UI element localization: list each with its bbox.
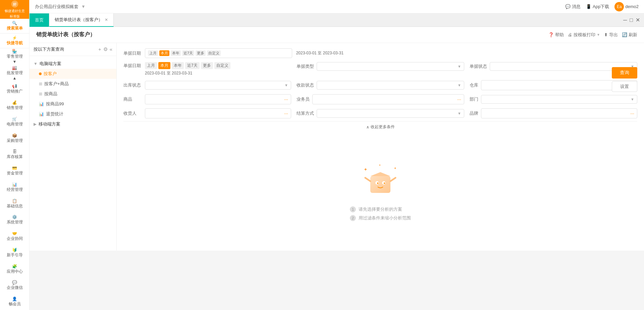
app-download-icon: 📱	[586, 4, 591, 9]
inventory-icon: 🗄	[13, 149, 17, 154]
date-custom-tag[interactable]: 自定义	[207, 50, 221, 56]
results-area: 查询 设置	[117, 133, 644, 251]
outstatus-arrow: ▼	[284, 83, 288, 87]
left-panel-collapse-btn[interactable]: «	[110, 46, 112, 52]
settle-select[interactable]: ▼	[317, 109, 464, 118]
last-month-tag[interactable]: 上月	[145, 62, 157, 69]
content-area: 按以下方案查询 + ⚙ « ▼ 电脑端方案	[30, 43, 644, 251]
salesperson-input[interactable]: ···	[312, 94, 464, 104]
inventory-label: 库存核算	[7, 154, 23, 160]
sidebar-item-quicknav[interactable]: ⚡ 快捷导航	[0, 34, 30, 48]
this-year-tag[interactable]: 本年	[172, 62, 184, 69]
sidebar-item-sales[interactable]: 💰 销售管理	[0, 97, 30, 114]
header-dropdown-icon[interactable]: ▼	[81, 4, 86, 9]
sidebar-logo[interactable]: 好 畅捷通好生意 标准版	[0, 0, 30, 19]
this-month-tag[interactable]: 本月	[158, 62, 170, 69]
sidebar-item-retail[interactable]: 🏪 零售管理 ▼	[0, 48, 30, 65]
salesperson-dots: ···	[457, 97, 461, 102]
custom-tag[interactable]: 自定义	[214, 62, 230, 69]
docstatus-label: 单据状态	[470, 63, 487, 69]
tree-item-by-goods99[interactable]: 📊 按商品99	[30, 99, 116, 109]
tab-sales-report[interactable]: 销货单统计表（按客户） ✕	[49, 13, 114, 27]
user-menu[interactable]: Ea demo2	[614, 2, 639, 11]
filter-row-2: 出库状态 ▼ 收款状态 ▼	[123, 80, 637, 90]
tree-desktop-section[interactable]: ▼ 电脑端方案	[30, 59, 116, 69]
bar-icon-2: 📊	[39, 112, 44, 116]
goods-input[interactable]: ···	[145, 94, 291, 104]
brand-dots: ···	[630, 111, 634, 116]
brand-label: 品牌	[470, 110, 478, 116]
tree-item-by-goods[interactable]: ⊞ 按商品	[30, 89, 116, 99]
svg-point-5	[377, 183, 378, 184]
filter-payment: 收款状态 ▼	[297, 81, 464, 90]
tab-close-btn[interactable]: ✕	[636, 17, 640, 23]
purchase-label: 采购管理	[7, 138, 23, 144]
sidebar-item-member[interactable]: 👤 畅会员	[0, 294, 30, 310]
department-select[interactable]: ▼	[481, 95, 637, 104]
left-panel-settings-btn[interactable]: ⚙	[103, 46, 108, 52]
sidebar-item-inventory[interactable]: 🗄 库存核算	[0, 146, 30, 163]
sidebar-item-search[interactable]: 🔍 搜索菜单	[0, 19, 30, 34]
help-label: 帮助	[555, 32, 564, 38]
export-label: 导出	[609, 32, 618, 38]
date-this-year-tag[interactable]: 本年	[171, 50, 181, 56]
doctype-arrow: ▼	[458, 64, 461, 68]
doctype-select[interactable]: ▼	[317, 62, 464, 71]
filter-department: 部门 ▼	[470, 95, 637, 104]
appcenter-label: 应用中心	[7, 269, 23, 274]
outstatus-select[interactable]: ▼	[145, 81, 291, 90]
retail-arrow: ▼	[13, 59, 17, 64]
sidebar-item-corpwechat[interactable]: 💬 企业微信	[0, 277, 30, 294]
sidebar-item-system[interactable]: ⚙️ 系统管理	[0, 212, 30, 228]
date-last-month-tag[interactable]: 上月	[148, 50, 158, 56]
filter-row-4: 收货人 ··· 结算方式 ▼	[123, 108, 637, 118]
tab-minimize-btn[interactable]: ─	[623, 17, 627, 23]
sidebar-item-purchase[interactable]: 📦 采购管理	[0, 130, 30, 147]
sidebar-item-basic[interactable]: 📋 基础信息	[0, 196, 30, 212]
user-name: demo2	[625, 4, 639, 9]
left-panel: 按以下方案查询 + ⚙ « ▼ 电脑端方案	[30, 43, 117, 251]
more-tag[interactable]: 更多	[201, 62, 213, 69]
date-7days-tag[interactable]: 近7天	[182, 50, 194, 56]
7days-tag[interactable]: 近7天	[185, 62, 200, 69]
sidebar-item-finance[interactable]: 💳 资金管理	[0, 163, 30, 179]
date-picker[interactable]: 上月 本月 本年 近7天 更多 自定义	[145, 48, 292, 58]
help-btn[interactable]: ❓ 帮助	[548, 32, 564, 38]
collapse-btn[interactable]: ∧ 收起更多条件	[123, 121, 637, 133]
app-download-btn[interactable]: 📱 App下载	[586, 4, 609, 10]
tree-item-by-customer[interactable]: 按客户	[30, 69, 116, 79]
query-button[interactable]: 查询	[612, 67, 637, 79]
export-btn[interactable]: ⬆ 导出	[604, 32, 618, 38]
finance-icon: 💳	[12, 166, 17, 170]
brand-input[interactable]: ···	[481, 108, 637, 118]
print-btn[interactable]: 🖨 按模板打印 ▼	[568, 32, 600, 38]
grid-icon-2: ⊞	[39, 92, 42, 96]
sidebar-item-operation[interactable]: 📊 经营管理	[0, 179, 30, 196]
print-label: 按模板打印	[574, 32, 595, 38]
sidebar-item-wholesale[interactable]: 🏭 批发管理 ▲	[0, 65, 30, 81]
tab-close-icon[interactable]: ✕	[105, 17, 108, 22]
filter-salesperson: 业务员 ···	[297, 94, 464, 104]
tab-maximize-btn[interactable]: □	[630, 17, 633, 23]
date-more-tag[interactable]: 更多	[196, 50, 206, 56]
operation-label: 经营管理	[7, 187, 23, 193]
tree-item-by-customer-goods[interactable]: ⊞ 按客户+商品	[30, 79, 116, 89]
receiver-input[interactable]: ···	[145, 108, 291, 118]
sidebar-item-ecom[interactable]: 🛒 电商管理	[0, 114, 30, 130]
sidebar-item-corp[interactable]: 🤝 企业协同	[0, 228, 30, 245]
date-this-month-tag[interactable]: 本月	[159, 50, 169, 56]
tabs-right: ─ □ ✕	[623, 17, 644, 23]
sidebar-item-appcenter[interactable]: 🧩 应用中心	[0, 261, 30, 277]
tree-mobile-section[interactable]: ▶ 移动端方案	[30, 119, 116, 129]
refresh-btn[interactable]: 🔄 刷新	[622, 32, 637, 38]
sidebar-item-newuser[interactable]: 🔰 新手引导	[0, 245, 30, 261]
settings-button[interactable]: 设置	[612, 81, 637, 92]
left-panel-add-btn[interactable]: +	[98, 46, 101, 52]
tab-home[interactable]: 首页	[30, 13, 49, 27]
payment-select[interactable]: ▼	[317, 81, 464, 90]
message-btn[interactable]: 💬 消息	[565, 4, 581, 10]
tree-item-return-stats[interactable]: 📊 退货统计	[30, 109, 116, 119]
sidebar-item-marketing[interactable]: 📢 营销推广	[0, 81, 30, 97]
sidebar-search-label: 搜索菜单	[7, 25, 23, 31]
doctype-label: 单据类型	[297, 63, 314, 69]
